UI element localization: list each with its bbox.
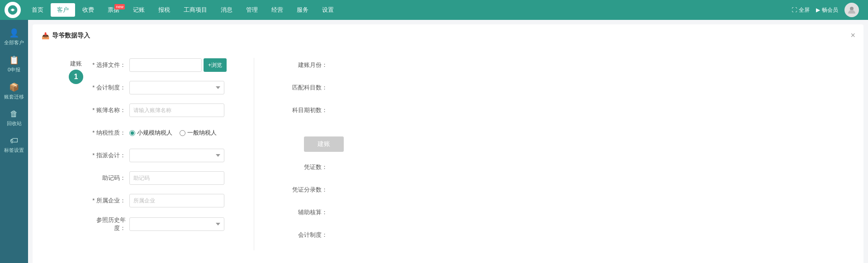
main-content: 📥 导爷数据导入 × 建账 1 * 选择文件：	[28, 20, 868, 263]
tax-general-radio[interactable]	[180, 130, 185, 136]
fullscreen-icon: ⛶	[792, 7, 797, 13]
aux-accounting-row: 辅助核算：	[290, 205, 399, 220]
tax-general[interactable]: 一般纳税人	[180, 129, 217, 137]
user-avatar[interactable]	[844, 3, 859, 17]
file-input-group: +浏览	[129, 58, 227, 72]
history-year-label: 参照历史年度：	[89, 216, 129, 232]
accounting-system-label: * 会计制度：	[89, 84, 129, 92]
tax-type-label: * 纳税性质：	[89, 129, 129, 137]
nav-fee[interactable]: 收费	[76, 3, 100, 17]
import-icon: 📥	[42, 32, 49, 39]
sidebar-item-recycle[interactable]: 🗑 回收站	[2, 106, 26, 131]
new-badge: new	[114, 4, 125, 9]
owner-company-input[interactable]	[129, 194, 224, 207]
tag-settings-icon: 🏷	[10, 136, 18, 146]
page-body: 📥 导爷数据导入 × 建账 1 * 选择文件：	[33, 24, 863, 263]
tax-small-scale-radio[interactable]	[129, 130, 135, 136]
memo-code-label: 助记码：	[89, 174, 129, 182]
nav-tax[interactable]: 报税	[152, 3, 176, 17]
top-nav: 首页 客户 收费 票据 new 记账 报税 工商项目 消息 管理 经营 服务 设…	[0, 0, 868, 20]
right-accounting-system-label: 会计制度：	[290, 231, 331, 239]
owner-company-row: * 所属企业：	[89, 193, 227, 208]
nav-items: 首页 客户 收费 票据 new 记账 报税 工商项目 消息 管理 经营 服务 设…	[25, 3, 792, 17]
nav-right: ⛶ 全屏 ▶ 畅会员	[792, 3, 859, 17]
match-subjects-row: 匹配科目数：	[290, 80, 399, 95]
nav-customer[interactable]: 客户	[51, 3, 75, 17]
play-icon: ▶	[816, 7, 820, 13]
sidebar: 👤 全部客户 📋 0申报 📦 账套迁移 🗑 回收站 🏷 标签设置	[0, 20, 28, 263]
fullscreen-btn[interactable]: ⛶ 全屏	[792, 6, 810, 14]
page-title: 📥 导爷数据导入	[42, 32, 854, 40]
zero-report-icon: 📋	[9, 55, 19, 65]
all-customers-icon: 👤	[9, 28, 19, 38]
voucher-entries-row: 凭证分录数：	[290, 183, 399, 197]
aux-accounting-label: 辅助核算：	[290, 208, 331, 216]
close-button[interactable]: ×	[850, 31, 855, 40]
accounting-system-row: * 会计制度：	[89, 80, 227, 95]
nav-settings[interactable]: 设置	[316, 3, 340, 17]
app-logo[interactable]	[5, 2, 21, 18]
voucher-count-label: 凭证数：	[290, 163, 331, 171]
layout: 👤 全部客户 📋 0申报 📦 账套迁移 🗑 回收站 🏷 标签设置 📥 导爷数据导…	[0, 20, 868, 263]
accounting-system-select[interactable]	[129, 81, 224, 94]
nav-operation[interactable]: 经营	[265, 3, 289, 17]
svg-point-2	[850, 7, 854, 10]
ledger-name-row: * 账簿名称：	[89, 103, 227, 117]
nav-manage[interactable]: 管理	[240, 3, 264, 17]
ledger-name-input[interactable]	[129, 103, 224, 117]
assign-accountant-row: * 指派会计：	[89, 148, 227, 163]
history-year-row: 参照历史年度：	[89, 216, 227, 232]
recycle-icon: 🗑	[10, 109, 18, 119]
nav-bookkeeping[interactable]: 记账	[127, 3, 151, 17]
tax-type-radio-group: 小规模纳税人 一般纳税人	[129, 129, 217, 137]
account-migration-icon: 📦	[9, 82, 19, 92]
assign-accountant-label: * 指派会计：	[89, 151, 129, 160]
member-btn[interactable]: ▶ 畅会员	[816, 6, 838, 14]
match-subjects-label: 匹配科目数：	[290, 84, 331, 92]
create-month-label: 建账月份：	[290, 61, 331, 69]
tax-type-row: * 纳税性质： 小规模纳税人 一般纳税人	[89, 126, 227, 140]
nav-message[interactable]: 消息	[214, 3, 239, 17]
nav-ticket[interactable]: 票据 new	[101, 3, 126, 17]
step-circle: 1	[69, 70, 83, 84]
select-file-row: * 选择文件： +浏览	[89, 58, 227, 72]
nav-home[interactable]: 首页	[25, 3, 50, 17]
subject-initial-row: 科目期初数：	[290, 103, 399, 117]
voucher-count-row: 凭证数：	[290, 160, 399, 174]
sidebar-item-account-migration[interactable]: 📦 账套迁移	[2, 79, 26, 104]
history-year-select[interactable]	[129, 217, 224, 231]
file-input[interactable]	[129, 58, 202, 72]
form-left: * 选择文件： +浏览 * 会计制度：	[89, 58, 227, 240]
browse-button[interactable]: +浏览	[204, 58, 227, 72]
nav-business-project[interactable]: 工商项目	[177, 3, 213, 17]
assign-accountant-select[interactable]	[129, 149, 224, 162]
sidebar-item-zero-report[interactable]: 📋 0申报	[2, 52, 26, 77]
tax-small-scale[interactable]: 小规模纳税人	[129, 129, 172, 137]
select-file-label: * 选择文件：	[89, 61, 129, 69]
form-container: 建账 1 * 选择文件： +浏览	[42, 49, 854, 259]
sidebar-item-tag-settings[interactable]: 🏷 标签设置	[2, 132, 26, 157]
right-accounting-system-row: 会计制度：	[290, 228, 399, 242]
voucher-entries-label: 凭证分录数：	[290, 186, 331, 194]
subject-initial-label: 科目期初数：	[290, 106, 331, 114]
sidebar-item-all-customers[interactable]: 👤 全部客户	[2, 24, 26, 50]
create-month-row: 建账月份：	[290, 58, 399, 72]
create-account-button[interactable]: 建账	[304, 136, 344, 152]
memo-code-input[interactable]	[129, 171, 224, 185]
nav-service[interactable]: 服务	[290, 3, 315, 17]
form-right: 建账月份： 匹配科目数： 科目期初数： 建账	[290, 58, 399, 250]
ledger-name-label: * 账簿名称：	[89, 106, 129, 114]
svg-point-1	[12, 9, 14, 11]
owner-company-label: * 所属企业：	[89, 197, 129, 205]
vertical-divider	[254, 58, 254, 250]
memo-code-row: 助记码：	[89, 171, 227, 185]
step-label: 建账	[70, 60, 82, 68]
